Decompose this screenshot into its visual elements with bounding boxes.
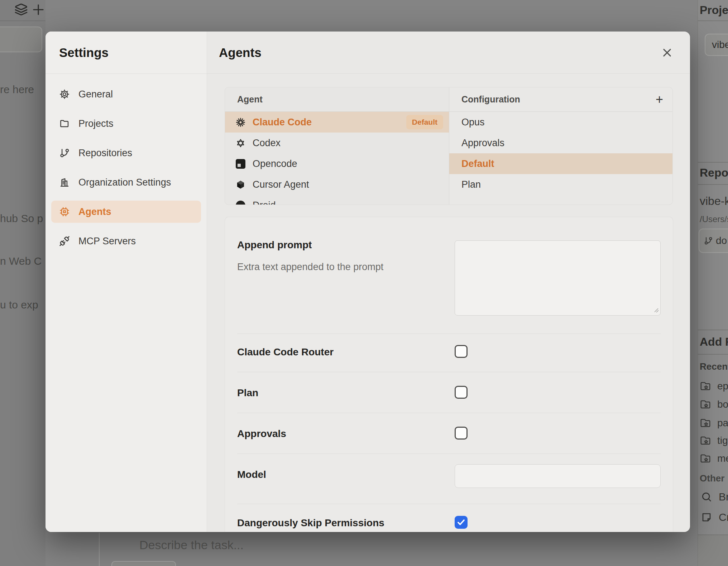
backdrop-browse-label: Br [719, 491, 728, 503]
layers-icon [14, 3, 28, 16]
backdrop-right-footer [698, 535, 728, 566]
divider [237, 454, 661, 454]
backdrop-browse-row: Br [701, 491, 728, 503]
agent-config-table: Agent Claude Code Default [225, 87, 672, 205]
agent-row-codex[interactable]: Codex [225, 133, 449, 153]
default-badge: Default [406, 115, 443, 129]
agent-name: Opencode [253, 158, 297, 169]
sidebar-item-repositories[interactable]: Repositories [51, 142, 201, 164]
divider [698, 20, 728, 21]
claude-icon [236, 117, 245, 127]
agent-column: Agent Claude Code Default [225, 87, 449, 205]
backdrop-recent-repo-label: pa [717, 417, 728, 429]
backdrop-right-panel: Proje vibe Repos vibe-k /Users/s do Add … [698, 0, 728, 566]
divider [237, 372, 661, 372]
gear-icon [59, 89, 70, 100]
divider [237, 334, 661, 334]
agent-row-cursor-agent[interactable]: Cursor Agent [225, 174, 449, 195]
append-prompt-description: Extra text appended to the prompt [237, 262, 383, 273]
config-name: Plan [461, 179, 481, 190]
approvals-label: Approvals [237, 428, 286, 440]
backdrop-branch-chip-label: do [713, 235, 727, 246]
folder-star-icon [700, 435, 711, 446]
backdrop-recent-repo-row: ep [700, 380, 728, 392]
backdrop-recent-label: Recent [700, 361, 728, 372]
config-name: Approvals [461, 138, 504, 149]
app-root: re here hub So p n Web C u to exp Descri… [0, 0, 728, 566]
building-icon [59, 177, 70, 188]
model-input[interactable] [455, 464, 661, 488]
plus-icon [31, 2, 46, 17]
settings-main: Agents Agent [207, 32, 690, 532]
backdrop-recent-repo-row: pa [700, 417, 728, 429]
codex-openai-icon [236, 138, 245, 148]
backdrop-recent-repo-row: tig [700, 435, 728, 446]
config-row-default[interactable]: Default [449, 153, 672, 174]
configuration-header-label: Configuration [461, 94, 520, 105]
search-icon [701, 491, 712, 503]
backdrop-text-fragment: n Web C [0, 255, 47, 267]
config-row-approvals[interactable]: Approvals [449, 133, 672, 153]
settings-sidebar-header: Settings [46, 32, 207, 74]
folder-star-icon [700, 381, 711, 392]
agent-row-claude-code[interactable]: Claude Code Default [225, 112, 449, 133]
sidebar-item-label: MCP Servers [78, 236, 136, 247]
dangerously-skip-permissions-checkbox[interactable] [455, 516, 468, 529]
backdrop-task-panel-edge [99, 533, 100, 566]
backdrop-recent-repo-row: me [700, 453, 728, 464]
backdrop-repo-name: vibe-k [700, 195, 728, 208]
plan-label: Plan [237, 387, 258, 399]
add-configuration-button[interactable]: + [656, 93, 663, 106]
config-row-opus[interactable]: Opus [449, 112, 672, 133]
backdrop-text-fragment: re here [0, 83, 47, 96]
backdrop-recent-repo-label: bo [717, 399, 728, 410]
agent-row-opencode[interactable]: Opencode [225, 153, 449, 174]
backdrop-add-repo-header: Add R [700, 335, 728, 349]
sidebar-item-projects[interactable]: Projects [51, 112, 201, 135]
approvals-checkbox[interactable] [455, 427, 468, 440]
sidebar-item-organization-settings[interactable]: Organization Settings [51, 171, 201, 193]
settings-sidebar: Settings General [46, 32, 207, 532]
backdrop-left-panel: re here hub So p n Web C u to exp [0, 0, 46, 566]
new-document-icon [701, 512, 712, 523]
claude-code-router-label: Claude Code Router [237, 346, 334, 358]
agent-row-droid[interactable]: Droid [225, 195, 449, 205]
backdrop-task-placeholder: Describe the task... [139, 538, 244, 552]
configuration-column-header: Configuration + [449, 87, 672, 112]
cursor-cube-icon [236, 180, 245, 190]
configuration-column: Configuration + Opus Approvals Default [449, 87, 672, 205]
folder-star-icon [700, 399, 711, 410]
backdrop-create-label: Cr [719, 511, 728, 523]
sidebar-item-agents[interactable]: Agents [51, 201, 201, 223]
opencode-icon [236, 159, 245, 169]
agents-header: Agents [207, 32, 690, 74]
backdrop-toolbar-divider [0, 20, 46, 21]
agent-column-header: Agent [225, 87, 449, 112]
agent-name: Claude Code [253, 117, 312, 128]
backdrop-project-chip: vibe [705, 34, 728, 56]
divider [698, 162, 728, 163]
backdrop-recent-repo-label: ep [717, 380, 728, 392]
sidebar-item-mcp-servers[interactable]: MCP Servers [51, 230, 201, 252]
droid-icon [236, 201, 245, 205]
backdrop-recent-repo-row: bo [700, 399, 728, 410]
backdrop-other-label: Other [700, 473, 724, 484]
close-icon[interactable] [660, 45, 674, 60]
config-row-plan[interactable]: Plan [449, 174, 672, 195]
append-prompt-textarea[interactable] [455, 240, 661, 316]
backdrop-recent-repo-label: me [717, 453, 728, 464]
sidebar-item-label: Repositories [78, 148, 132, 159]
sidebar-item-label: Projects [78, 118, 114, 129]
append-prompt-label: Append prompt [237, 239, 312, 251]
agent-name: Codex [253, 138, 281, 149]
config-name: Default [461, 158, 494, 169]
claude-code-router-checkbox[interactable] [455, 345, 468, 358]
sidebar-item-general[interactable]: General [51, 83, 201, 105]
agent-name: Droid [253, 200, 276, 205]
folder-icon [59, 118, 70, 129]
folder-star-icon [700, 453, 711, 464]
backdrop-repos-header: Repos [700, 166, 728, 179]
backdrop-project-chip-label: vibe [705, 39, 728, 51]
unplug-icon [59, 236, 70, 246]
plan-checkbox[interactable] [455, 386, 468, 399]
